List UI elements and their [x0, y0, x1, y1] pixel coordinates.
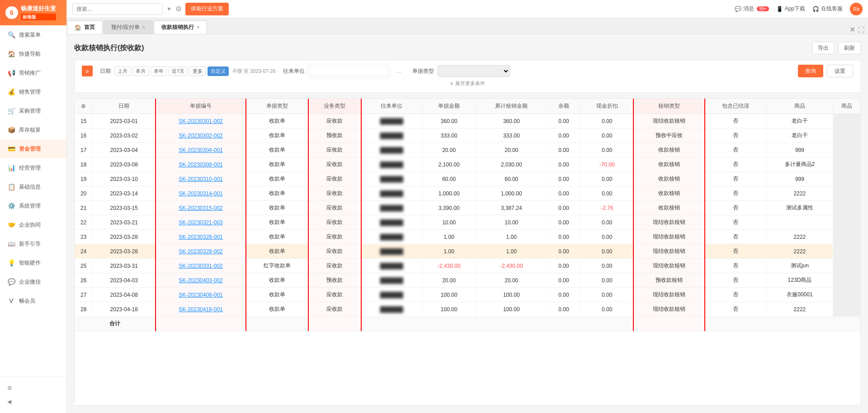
bill-type-select[interactable]: [438, 65, 510, 77]
cell-bill-no[interactable]: SK-20230408-001: [156, 288, 246, 302]
settings-filter-btn[interactable]: 设置: [827, 65, 853, 77]
cell-bill-type: 收款单: [246, 143, 308, 157]
refresh-btn[interactable]: 刷新: [838, 42, 861, 54]
cell-cum-amount: 100.00: [476, 302, 547, 317]
sidebar-label-purchase: 采购管理: [19, 107, 41, 115]
date-btn-last-month[interactable]: 上月: [114, 66, 131, 76]
table-body: 15 2023-03-01 SK-20230301-002 收款单 应收款 ██…: [75, 114, 860, 331]
sidebar-item-hardware[interactable]: 💡智能硬件: [0, 253, 66, 272]
cell-balance: 0.00: [547, 143, 580, 157]
date-range: 不限 至 2023-07-26: [232, 68, 275, 75]
sidebar-label-finance: 资金管理: [19, 145, 41, 153]
inventory-icon: 📦: [7, 126, 15, 134]
cell-incl-settled: 否: [705, 128, 767, 143]
online-service-item[interactable]: 🎧 在线客服: [812, 5, 843, 13]
tab-collection-close[interactable]: ×: [197, 25, 199, 30]
tab-expand-icon[interactable]: ⛶: [858, 26, 864, 33]
sidebar-item-shortcut[interactable]: 🏠快捷导航: [0, 44, 66, 63]
sidebar-collapse[interactable]: ◀: [0, 395, 66, 408]
cell-bill-no[interactable]: SK-20230403-002: [156, 273, 246, 288]
cell-bill-no[interactable]: SK-20230328-002: [156, 244, 246, 259]
tab-home[interactable]: 🏠 首页: [67, 20, 103, 34]
date-btn-custom[interactable]: 自定义: [208, 66, 229, 76]
cell-verify-type: 收款核销: [633, 186, 705, 201]
tab-close-icon[interactable]: ✕: [849, 25, 855, 34]
sidebar-item-member[interactable]: V畅会员: [0, 291, 66, 310]
expand-more-btn[interactable]: ∨ 展开更多条件: [450, 80, 485, 87]
cell-bill-no[interactable]: SK-20230301-002: [156, 114, 246, 128]
date-btn-this-year[interactable]: 本年: [151, 66, 167, 76]
tab-prepay-close[interactable]: ×: [142, 25, 145, 30]
cell-date: 2023-04-18: [93, 302, 156, 317]
cell-amount: 60.00: [422, 172, 476, 186]
cell-partner: ██████: [361, 143, 422, 157]
cell-bill-no[interactable]: SK-20230314-001: [156, 186, 246, 201]
summary-incl-settled: [705, 317, 767, 331]
sidebar-item-search[interactable]: 🔍搜索菜单: [0, 25, 66, 44]
cell-bill-no[interactable]: SK-20230308-001: [156, 157, 246, 172]
sidebar-item-system[interactable]: ⚙️系统管理: [0, 196, 66, 215]
sidebar-item-inventory[interactable]: 📦库存核算: [0, 120, 66, 139]
cell-product2: [833, 201, 860, 215]
user-avatar[interactable]: Rit: [850, 3, 863, 15]
cell-amount: 360.00: [422, 114, 476, 128]
date-btn-this-month[interactable]: 本月: [132, 66, 149, 76]
topbar-search-input[interactable]: [72, 3, 163, 15]
cell-cum-amount: 2,030.00: [476, 157, 547, 172]
filter-more-row: ∨ 展开更多条件: [82, 77, 853, 88]
cell-bill-no[interactable]: SK-20230315-002: [156, 201, 246, 215]
message-item[interactable]: 💬 消息 99+: [735, 5, 769, 13]
industry-btn[interactable]: 体验行业方案: [185, 3, 229, 15]
topbar: ▼ ⚙ 体验行业方案 💬 消息 99+ 📱 App下载 🎧 在线客服 Rit: [67, 0, 868, 18]
sidebar-item-finance[interactable]: 💳资金管理: [0, 139, 66, 158]
collapse-icon: ◀: [7, 399, 11, 405]
cell-bill-no[interactable]: SK-20230321-003: [156, 215, 246, 230]
col-settings[interactable]: ⚙: [75, 99, 93, 114]
message-icon: 💬: [735, 6, 741, 12]
sidebar-logo: 6 畅康道好生意 标推版: [0, 0, 66, 25]
summary-bill-type: [246, 317, 308, 331]
table-row: 16 2023-03-02 SK-20230302-002 收款单 预收款 ██…: [75, 128, 860, 143]
date-btn-7days[interactable]: 近7天: [169, 66, 188, 76]
app-download-item[interactable]: 📱 App下载: [776, 5, 805, 13]
partner-input[interactable]: [308, 65, 390, 77]
sidebar-item-basic[interactable]: 📋基础信息: [0, 177, 66, 196]
topbar-icons: 💬 消息 99+ 📱 App下载 🎧 在线客服 Rit: [735, 3, 863, 15]
cell-bill-no[interactable]: SK-20230331-002: [156, 259, 246, 273]
topbar-dropdown-icon[interactable]: ▼: [166, 6, 172, 12]
cell-bill-no[interactable]: SK-20230310-001: [156, 172, 246, 186]
phone-icon: 📱: [776, 6, 783, 12]
sidebar-item-wechat[interactable]: 💬企业微信: [0, 272, 66, 291]
tab-prepay[interactable]: 预付/应付单 ×: [104, 20, 153, 34]
cell-bill-no[interactable]: SK-20230304-001: [156, 143, 246, 157]
summary-amount: [422, 317, 476, 331]
sidebar-settings[interactable]: ⚙: [0, 381, 66, 395]
sidebar-item-guide[interactable]: 📖新手引导: [0, 234, 66, 253]
sidebar-item-marketing[interactable]: 📢营销推广: [0, 63, 66, 82]
tab-collection[interactable]: 收款核销执行 ×: [154, 20, 207, 34]
cell-bill-no[interactable]: SK-20230418-001: [156, 302, 246, 317]
sidebar-item-sales[interactable]: 💰销售管理: [0, 82, 66, 101]
date-btn-more[interactable]: 更多: [189, 66, 206, 76]
export-btn[interactable]: 导出: [812, 42, 835, 54]
cell-amount: 1.00: [422, 244, 476, 259]
cell-bill-no[interactable]: SK-20230328-001: [156, 230, 246, 244]
expand-more-label: 展开更多条件: [455, 80, 485, 87]
col-incl-settled: 包含已结清: [705, 99, 767, 114]
filter-expand-btn[interactable]: »: [82, 66, 93, 76]
cell-partner: ██████: [361, 157, 422, 172]
topbar-settings-icon[interactable]: ⚙: [175, 5, 182, 13]
cell-product: 多计量商品2: [766, 157, 833, 172]
cell-no: 21: [75, 201, 93, 215]
shortcut-icon: 🏠: [7, 50, 15, 58]
summary-product2: [833, 317, 860, 331]
sidebar-item-purchase[interactable]: 🛒采购管理: [0, 101, 66, 120]
sidebar-item-operation[interactable]: 📊经营管理: [0, 158, 66, 177]
query-btn[interactable]: 查询: [798, 65, 823, 77]
cell-no: 16: [75, 128, 93, 143]
cell-partner: ██████: [361, 230, 422, 244]
cell-bill-no[interactable]: SK-20230302-002: [156, 128, 246, 143]
cell-no: 26: [75, 273, 93, 288]
sidebar-item-collab[interactable]: 🤝企业协同: [0, 215, 66, 234]
filter-dots: ...: [397, 68, 401, 74]
